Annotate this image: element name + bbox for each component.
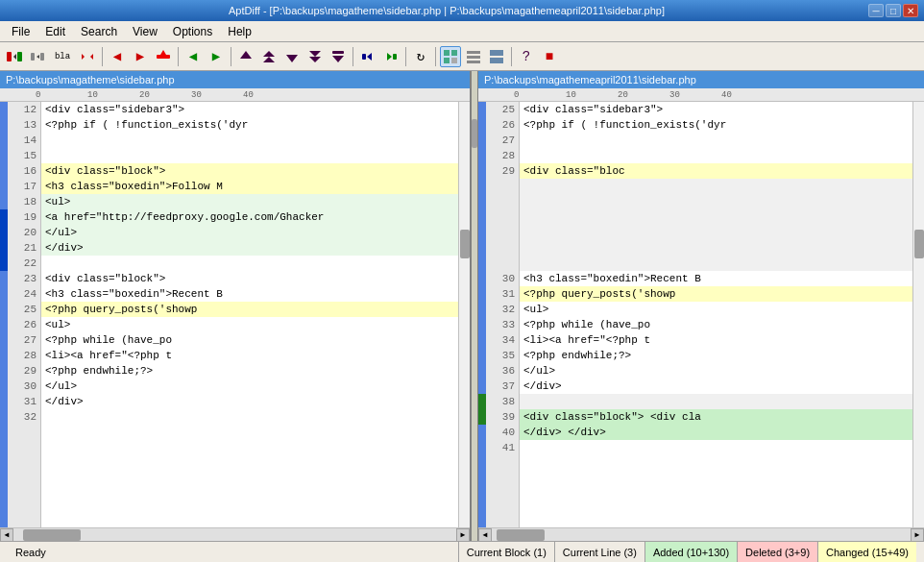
svg-rect-21 (393, 54, 397, 60)
right-hscroll-left[interactable]: ◀ (478, 528, 492, 542)
status-changed: Changed (15+49) (818, 542, 916, 562)
code-line: <?php endwhile;?> (520, 348, 912, 363)
svg-rect-30 (490, 58, 503, 63)
toolbar-diff1[interactable] (4, 46, 25, 67)
toolbar-bla[interactable]: bla (50, 46, 75, 67)
toolbar-prev-green[interactable]: ◀ (182, 46, 204, 67)
toolbar-view3[interactable] (486, 46, 507, 67)
left-gutter (0, 102, 8, 527)
svg-marker-11 (263, 51, 275, 57)
right-scroll-thumb[interactable] (914, 230, 924, 258)
toolbar-sep6 (435, 47, 436, 66)
code-line: <h3 class="boxedin">Recent B (41, 286, 458, 302)
maximize-button[interactable]: □ (886, 4, 901, 17)
menu-file[interactable]: File (4, 21, 37, 41)
code-line (520, 209, 912, 225)
left-hscroll-right[interactable]: ▶ (456, 528, 470, 542)
right-scrollbar[interactable] (912, 102, 924, 527)
toolbar-stop[interactable]: ■ (539, 46, 560, 67)
toolbar-down3[interactable] (328, 46, 349, 67)
toolbar-next-red[interactable]: ▶ (130, 46, 151, 67)
code-line (41, 409, 458, 425)
left-scrollbar[interactable] (458, 102, 470, 527)
toolbar-add1[interactable] (153, 46, 174, 67)
right-ruler: 0 10 20 30 40 (478, 88, 924, 102)
menu-help[interactable]: Help (220, 21, 259, 41)
right-panel-path: P:\backups\magathemeapril2011\sidebar.ph… (484, 74, 696, 86)
svg-marker-12 (263, 57, 275, 62)
toolbar-sep1 (102, 47, 103, 66)
code-line: <?php if ( !function_exists('dyr (41, 117, 458, 133)
center-scroll-indicator (472, 119, 477, 148)
right-code-area[interactable]: 25262728 29 30313233 34353637 38394041 <… (478, 102, 924, 527)
toolbar-down2[interactable] (304, 46, 326, 67)
toolbar-copy-left[interactable] (357, 46, 378, 67)
left-scroll-thumb[interactable] (460, 230, 470, 258)
svg-rect-22 (444, 50, 450, 56)
code-line (520, 394, 912, 409)
menubar: File Edit Search View Options Help (0, 21, 924, 42)
code-line: </div> (41, 240, 458, 256)
toolbar-up1[interactable] (235, 46, 256, 67)
menu-view[interactable]: View (125, 21, 165, 41)
code-line: </ul> (41, 379, 458, 394)
svg-rect-27 (467, 56, 480, 59)
svg-marker-18 (367, 53, 372, 61)
right-hscroll[interactable]: ◀ ▶ (478, 527, 924, 541)
code-line (520, 133, 912, 148)
toolbar-help[interactable]: ? (516, 46, 537, 67)
svg-rect-16 (332, 51, 344, 54)
toolbar-view1[interactable] (440, 46, 461, 67)
right-hscroll-track[interactable] (492, 528, 911, 542)
svg-marker-13 (286, 55, 298, 62)
titlebar: AptDiff - [P:\backups\magatheme\sidebar.… (0, 0, 924, 21)
code-line: </ul> (41, 225, 458, 240)
code-line: <?php while (have_po (41, 332, 458, 348)
toolbar-view2[interactable] (463, 46, 484, 67)
code-line (41, 133, 458, 148)
left-hscroll-thumb[interactable] (23, 529, 81, 541)
left-hscroll-track[interactable] (13, 528, 456, 542)
right-ruler-text: 0 10 20 30 40 (512, 90, 732, 100)
code-line (520, 240, 912, 256)
toolbar-copy-right[interactable] (380, 46, 401, 67)
left-code-lines[interactable]: <div class="sidebar3"> <?php if ( !funct… (41, 102, 458, 527)
menu-search[interactable]: Search (73, 21, 125, 41)
main-content: P:\backups\magatheme\sidebar.php 0 10 20… (0, 71, 924, 541)
code-line: <ul> (41, 317, 458, 332)
svg-marker-9 (160, 50, 166, 55)
close-button[interactable]: ✕ (903, 4, 918, 17)
right-hscroll-thumb[interactable] (497, 529, 545, 541)
toolbar-down1[interactable] (281, 46, 303, 67)
code-line: <h3 class="boxedin">Recent B (520, 271, 912, 286)
right-hscroll-right[interactable]: ▶ (911, 528, 924, 542)
code-line: <?php if ( !function_exists('dyr (520, 117, 912, 133)
toolbar-refresh[interactable]: ↻ (410, 46, 431, 67)
menu-options[interactable]: Options (165, 21, 220, 41)
code-line (520, 440, 912, 455)
code-line: <?php endwhile;?> (41, 363, 458, 379)
toolbar-next-green[interactable]: ▶ (206, 46, 227, 67)
toolbar-diff2[interactable] (27, 46, 48, 67)
toolbar-up2[interactable] (258, 46, 280, 67)
left-ruler: 0 10 20 30 40 (0, 88, 470, 102)
left-hscroll[interactable]: ◀ ▶ (0, 527, 470, 541)
statusbar: Ready Current Block (1) Current Line (3)… (0, 541, 924, 562)
code-line (520, 225, 912, 240)
code-line (41, 148, 458, 163)
code-line: <li><a href="<?php t (520, 332, 912, 348)
right-code-lines[interactable]: <div class="sidebar3"> <?php if ( !funct… (520, 102, 912, 527)
toolbar-prev-red[interactable]: ◀ (107, 46, 128, 67)
left-code-area[interactable]: 12131415 16171819 20212223 24252627 2829… (0, 102, 470, 527)
status-added: Added (10+130) (645, 542, 738, 562)
left-line-numbers: 12131415 16171819 20212223 24252627 2829… (8, 102, 41, 527)
minimize-button[interactable]: ─ (868, 4, 884, 17)
left-hscroll-left[interactable]: ◀ (0, 528, 13, 542)
toolbar-diff3[interactable] (77, 46, 98, 67)
code-line: <div class="block"> (41, 271, 458, 286)
status-ready: Ready (8, 542, 459, 562)
svg-marker-15 (309, 57, 321, 62)
left-panel-path: P:\backups\magatheme\sidebar.php (6, 74, 175, 86)
menu-edit[interactable]: Edit (37, 21, 73, 41)
svg-marker-20 (387, 53, 392, 61)
